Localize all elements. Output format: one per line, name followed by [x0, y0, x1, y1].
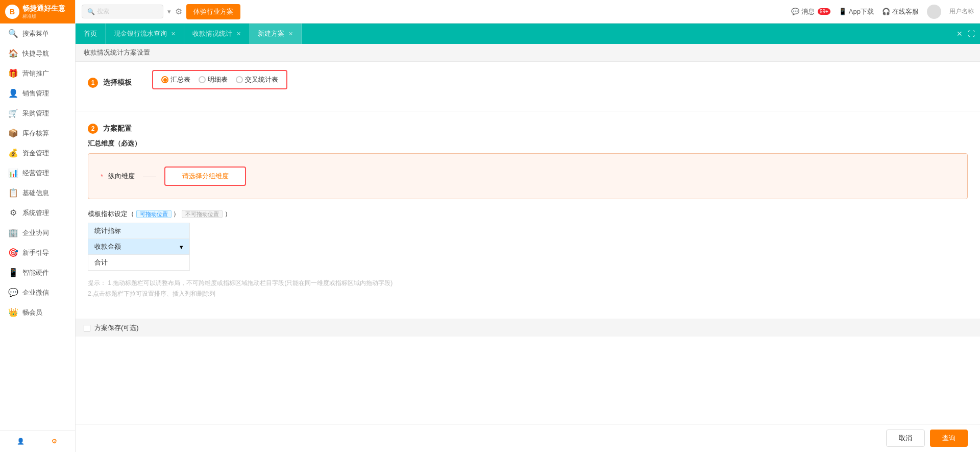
logo-sub: 标准版: [22, 13, 65, 20]
dim-placeholder-box[interactable]: 请选择分组维度: [164, 166, 246, 186]
tab-home-label: 首页: [84, 29, 97, 38]
section-step2: 2 方案配置 汇总维度（必选） * 纵向维度 —— 请选择分组: [76, 115, 980, 319]
service-icon: 🎧: [882, 8, 890, 15]
service-btn[interactable]: 🎧 在线客服: [882, 7, 919, 16]
chevron-down-icon: ▾: [180, 243, 183, 251]
gift-icon: 🎁: [8, 68, 18, 78]
sidebar-item-finance[interactable]: 💰 资金管理: [0, 143, 75, 163]
tab-bank-flow[interactable]: 现金银行流水查询 ✕: [106, 23, 184, 44]
sidebar-item-label: 智能硬件: [22, 268, 49, 277]
logo-text: 畅捷通好生意: [22, 4, 65, 13]
device-icon: 📱: [8, 268, 18, 277]
app-download-btn[interactable]: 📱 App下载: [839, 7, 874, 16]
save-checkbox[interactable]: [84, 325, 90, 331]
chat-icon: 💬: [8, 288, 18, 297]
step1-label: 选择模板: [103, 78, 132, 87]
sidebar-settings-btn[interactable]: ⚙: [38, 435, 71, 448]
sidebar-item-label: 快捷导航: [22, 49, 49, 58]
sidebar-item-label: 企业协同: [22, 228, 49, 237]
tab-close-all-icon[interactable]: ✕: [957, 30, 963, 38]
content: 收款情况统计方案设置 1 选择模板 汇总表 明细表: [76, 44, 980, 424]
page-title-bar: 收款情况统计方案设置: [76, 44, 980, 62]
section-step1: 1 选择模板 汇总表 明细表 交叉统计表: [76, 62, 980, 107]
sidebar-item-smart-hardware[interactable]: 📱 智能硬件: [0, 263, 75, 282]
required-mark: *: [101, 173, 103, 180]
dim-row: * 纵向维度 —— 请选择分组维度: [101, 166, 246, 186]
sidebar-item-search-menu[interactable]: 🔍 搜索菜单: [0, 23, 75, 43]
user-avatar: [927, 5, 941, 19]
building-icon: 🏢: [8, 228, 18, 237]
step1-badge: 1: [88, 78, 98, 88]
topbar-dropdown-arrow[interactable]: ▾: [167, 8, 171, 15]
home-icon: 🏠: [8, 49, 18, 58]
radio-detail-dot: [199, 76, 206, 83]
stats-table-header: 统计指标: [88, 223, 189, 239]
tabbar: 首页 现金银行流水查询 ✕ 收款情况统计 ✕ 新建方案 ✕ ✕ ⛶: [76, 23, 980, 44]
query-button[interactable]: 查询: [930, 430, 968, 447]
sidebar: B 畅捷通好生意 标准版 🔍 搜索菜单 🏠 快捷导航 🎁 营销推广 👤 销售管理…: [0, 0, 76, 452]
topbar-gear-icon[interactable]: ⚙: [175, 7, 182, 16]
money-icon: 💰: [8, 148, 18, 158]
sidebar-item-system[interactable]: ⚙ 系统管理: [0, 203, 75, 223]
search-menu-icon: 🔍: [8, 29, 18, 38]
sidebar-item-guide[interactable]: 🎯 新手引导: [0, 243, 75, 263]
tab-new-plan-close[interactable]: ✕: [288, 31, 293, 37]
search-icon: 🔍: [87, 8, 95, 15]
tab-receipt-stats-label: 收款情况统计: [192, 29, 232, 38]
radio-summary[interactable]: 汇总表: [161, 75, 190, 84]
sidebar-item-label: 销售管理: [22, 89, 49, 98]
tab-receipt-stats[interactable]: 收款情况统计 ✕: [184, 23, 250, 44]
box-icon: 📦: [8, 128, 18, 138]
stats-table-area: 统计指标 收款金额 ▾ 合计: [88, 223, 190, 271]
sidebar-item-weichat[interactable]: 💬 企业微信: [0, 282, 75, 302]
not-draggable-badge: 不可拖动位置: [182, 210, 223, 218]
sales-icon: 👤: [8, 88, 18, 98]
sidebar-item-sales[interactable]: 👤 销售管理: [0, 83, 75, 103]
tab-bank-flow-label: 现金银行流水查询: [114, 29, 167, 38]
page-container: 收款情况统计方案设置 1 选择模板 汇总表 明细表: [76, 44, 980, 424]
download-icon: 📱: [839, 8, 847, 15]
sidebar-item-label: 营销推广: [22, 69, 49, 78]
tabbar-right: ✕ ⛶: [951, 23, 980, 44]
step1-row: 1 选择模板 汇总表 明细表 交叉统计表: [88, 70, 968, 96]
sidebar-item-label: 经营管理: [22, 169, 49, 178]
sidebar-footer: 👤 ⚙: [0, 430, 75, 452]
radio-cross-dot: [236, 76, 243, 83]
vertical-dim-label: 纵向维度: [108, 172, 135, 181]
trial-button[interactable]: 体验行业方案: [186, 4, 240, 19]
sidebar-item-inventory[interactable]: 📦 库存核算: [0, 123, 75, 143]
tab-bank-flow-close[interactable]: ✕: [171, 31, 176, 37]
save-checkbox-label: 方案保存(可选): [94, 323, 139, 332]
message-btn[interactable]: 💬 消息 99+: [791, 7, 830, 16]
message-badge: 99+: [818, 8, 830, 15]
radio-cross[interactable]: 交叉统计表: [236, 75, 278, 84]
sidebar-item-member[interactable]: 👑 畅会员: [0, 302, 75, 322]
cancel-button[interactable]: 取消: [886, 430, 925, 447]
sidebar-item-management[interactable]: 📊 经营管理: [0, 163, 75, 183]
metrics-section: 模板指标设定（ 可拖动位置 ） 不可拖动位置 ） 统计指标 收款金额: [88, 209, 968, 271]
service-label: 在线客服: [892, 7, 919, 16]
tab-expand-icon[interactable]: ⛶: [968, 30, 975, 38]
cart-icon: 🛒: [8, 108, 18, 118]
sidebar-item-enterprise-collab[interactable]: 🏢 企业协同: [0, 223, 75, 243]
tab-new-plan[interactable]: 新建方案 ✕: [250, 23, 302, 44]
sidebar-logo: B 畅捷通好生意 标准版: [0, 0, 75, 23]
sidebar-item-label: 企业微信: [22, 288, 49, 297]
logo-icon: B: [5, 5, 19, 19]
sidebar-item-marketing[interactable]: 🎁 营销推广: [0, 63, 75, 83]
radio-detail[interactable]: 明细表: [199, 75, 228, 84]
sidebar-user-btn[interactable]: 👤: [4, 435, 38, 448]
sidebar-item-label: 资金管理: [22, 149, 49, 158]
tab-receipt-stats-close[interactable]: ✕: [236, 31, 241, 37]
footer-actions: 取消 查询: [76, 424, 980, 452]
tab-home[interactable]: 首页: [76, 23, 106, 44]
sidebar-item-purchase[interactable]: 🛒 采购管理: [0, 103, 75, 123]
sidebar-item-quick-nav[interactable]: 🏠 快捷导航: [0, 43, 75, 63]
sidebar-nav: 🔍 搜索菜单 🏠 快捷导航 🎁 营销推广 👤 销售管理 🛒 采购管理 📦 库存核…: [0, 23, 75, 430]
page-title: 收款情况统计方案设置: [84, 49, 150, 56]
chart-icon: 📊: [8, 168, 18, 178]
sidebar-item-basic-info[interactable]: 📋 基础信息: [0, 183, 75, 203]
search-placeholder: 搜索: [97, 7, 109, 16]
crown-icon: 👑: [8, 307, 18, 317]
stats-header-cell[interactable]: 收款金额 ▾: [88, 239, 189, 255]
